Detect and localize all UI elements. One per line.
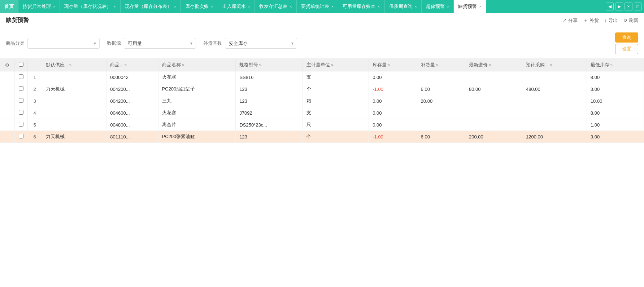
tab-close-all[interactable]: × bbox=[625, 3, 632, 10]
col-name-header[interactable]: 商品名称⇅ bbox=[158, 59, 236, 71]
row-checkbox-cell[interactable] bbox=[14, 107, 27, 119]
row-unit: 个 bbox=[303, 83, 369, 95]
row-replenish-qty bbox=[417, 119, 465, 131]
tab-inventory-status[interactable]: 现存量（库存状况表）× bbox=[60, 0, 120, 13]
tab-close-expiry-query[interactable]: × bbox=[415, 4, 417, 9]
tab-close-overstock[interactable]: × bbox=[447, 4, 449, 9]
col-spec-header[interactable]: 规格型号⇅ bbox=[236, 59, 303, 71]
tab-label: 超储预警 bbox=[426, 3, 445, 10]
tab-abnormal[interactable]: 拣货异常处理× bbox=[18, 0, 60, 13]
row-checkbox[interactable] bbox=[19, 74, 23, 79]
share-button[interactable]: ↗ 分享 bbox=[563, 17, 578, 24]
row-min-stock: 3.00 bbox=[587, 83, 644, 95]
row-spec: DS250*23c... bbox=[236, 119, 303, 131]
category-filter-group: 商品分类 bbox=[6, 38, 100, 49]
col-supplier-header[interactable]: 默认供应...⇅ bbox=[42, 59, 106, 71]
header-actions: ↗ 分享 ＋ 补货 ↓ 导出 ↺ 刷新 bbox=[563, 17, 639, 24]
tab-close-inventory-dist[interactable]: × bbox=[174, 4, 176, 9]
tab-batch-account[interactable]: 库存批次账× bbox=[181, 0, 218, 13]
row-seq: 1 bbox=[27, 71, 42, 83]
tab-nav-left[interactable]: ◀ bbox=[606, 3, 614, 10]
col-code-header[interactable]: 商品...⇅ bbox=[106, 59, 158, 71]
export-button[interactable]: ↓ 导出 bbox=[605, 17, 618, 24]
row-min-stock: 1.00 bbox=[587, 119, 644, 131]
tab-close-inventory-status[interactable]: × bbox=[113, 4, 116, 9]
tab-overstock[interactable]: 超储预警× bbox=[422, 0, 454, 13]
tab-nav-right[interactable]: ▶ bbox=[615, 3, 623, 10]
row-replenish-qty bbox=[417, 107, 465, 119]
tab-shortage[interactable]: 缺货预警× bbox=[454, 0, 486, 13]
replenish-button[interactable]: ＋ 补货 bbox=[583, 17, 599, 24]
tab-expiry-query[interactable]: 保质期查询× bbox=[385, 0, 422, 13]
refresh-button[interactable]: ↺ 刷新 bbox=[623, 17, 638, 24]
tab-order-stat[interactable]: 要货单统计表× bbox=[297, 0, 338, 13]
table-row: 1 0000042 火花塞 SS816 支 0.00 8.00 bbox=[0, 71, 644, 83]
datasource-select[interactable]: 可用量 库存量 bbox=[124, 38, 196, 49]
row-latest-price: 200.00 bbox=[465, 131, 522, 143]
tab-home[interactable]: 首页 bbox=[0, 0, 18, 13]
col-stock-header[interactable]: 库存量⇅ bbox=[369, 59, 417, 71]
datasource-label: 数据源 bbox=[107, 40, 121, 47]
row-checkbox[interactable] bbox=[19, 86, 23, 91]
tab-nav-buttons: ◀ ▶ × □ bbox=[604, 3, 644, 10]
tab-close-inout-flow[interactable]: × bbox=[248, 4, 250, 9]
row-checkbox[interactable] bbox=[19, 98, 23, 103]
row-spec: 123 bbox=[236, 83, 303, 95]
tab-maximize[interactable]: □ bbox=[634, 3, 642, 10]
share-icon: ↗ bbox=[563, 18, 567, 23]
row-checkbox[interactable] bbox=[19, 110, 23, 115]
tab-inventory-dist[interactable]: 现存量（库存分布表）× bbox=[121, 0, 181, 13]
col-gear-header[interactable]: ⚙ bbox=[0, 59, 14, 71]
row-checkbox-cell[interactable] bbox=[14, 119, 27, 131]
tab-close-batch-account[interactable]: × bbox=[211, 4, 213, 9]
row-checkbox-cell[interactable] bbox=[14, 131, 27, 143]
query-button[interactable]: 查询 bbox=[615, 32, 638, 43]
row-gear-cell bbox=[0, 107, 14, 119]
row-checkbox-cell[interactable] bbox=[14, 71, 27, 83]
replenish-basis-select[interactable]: 安全库存 最低库存 bbox=[225, 38, 297, 49]
col-latest-price-header[interactable]: 最新进价⇅ bbox=[465, 59, 522, 71]
tab-close-shortage[interactable]: × bbox=[479, 4, 481, 9]
row-code: 004200... bbox=[106, 95, 158, 107]
row-seq: 5 bbox=[27, 119, 42, 131]
row-checkbox-cell[interactable] bbox=[14, 95, 27, 107]
col-replenish-header[interactable]: 补货量⇅ bbox=[417, 59, 465, 71]
row-latest-price: 80.00 bbox=[465, 83, 522, 95]
tab-close-abnormal[interactable]: × bbox=[53, 4, 55, 9]
row-gear-cell bbox=[0, 83, 14, 95]
select-all-checkbox[interactable] bbox=[19, 62, 23, 67]
tab-label: 现存量（库存分布表） bbox=[125, 3, 172, 10]
tab-receive-summary[interactable]: 收发存汇总表× bbox=[255, 0, 296, 13]
tab-close-order-stat[interactable]: × bbox=[331, 4, 334, 9]
row-latest-price bbox=[465, 95, 522, 107]
row-name: PC200张紧油缸 bbox=[158, 131, 236, 143]
col-est-purchase-header[interactable]: 预计采购...⇅ bbox=[522, 59, 587, 71]
row-stock: 0.00 bbox=[369, 119, 417, 131]
category-select-wrap bbox=[27, 38, 100, 49]
tab-inout-flow[interactable]: 出入库流水× bbox=[218, 0, 255, 13]
row-stock: 0.00 bbox=[369, 71, 417, 83]
tab-bar: 首页拣货异常处理×现存量（库存状况表）×现存量（库存分布表）×库存批次账×出入库… bbox=[0, 0, 644, 13]
tab-label: 要货单统计表 bbox=[301, 3, 329, 10]
filter-actions: 查询 设置 bbox=[615, 32, 638, 54]
row-checkbox-cell[interactable] bbox=[14, 83, 27, 95]
row-unit: 箱 bbox=[303, 95, 369, 107]
col-check-header[interactable] bbox=[14, 59, 27, 71]
col-unit-header[interactable]: 主计量单位⇅ bbox=[303, 59, 369, 71]
settings-button[interactable]: 设置 bbox=[615, 44, 638, 54]
row-min-stock: 3.00 bbox=[587, 131, 644, 143]
table-row: 3 004200... 三九 123 箱 0.00 20.00 10.00 bbox=[0, 95, 644, 107]
category-select[interactable] bbox=[27, 38, 100, 49]
row-code: 004600... bbox=[106, 107, 158, 119]
row-spec: J7092 bbox=[236, 107, 303, 119]
tab-close-receive-summary[interactable]: × bbox=[290, 4, 292, 9]
row-unit: 支 bbox=[303, 107, 369, 119]
datasource-filter-group: 数据源 可用量 库存量 bbox=[107, 38, 196, 49]
col-min-stock-header[interactable]: 最低库存⇅ bbox=[587, 59, 644, 71]
row-replenish-qty: 6.00 bbox=[417, 131, 465, 143]
tab-close-available-ledger[interactable]: × bbox=[378, 4, 380, 9]
row-checkbox[interactable] bbox=[19, 134, 23, 138]
tab-available-ledger[interactable]: 可用量库存账本× bbox=[338, 0, 384, 13]
row-stock: 0.00 bbox=[369, 95, 417, 107]
row-checkbox[interactable] bbox=[19, 122, 23, 127]
